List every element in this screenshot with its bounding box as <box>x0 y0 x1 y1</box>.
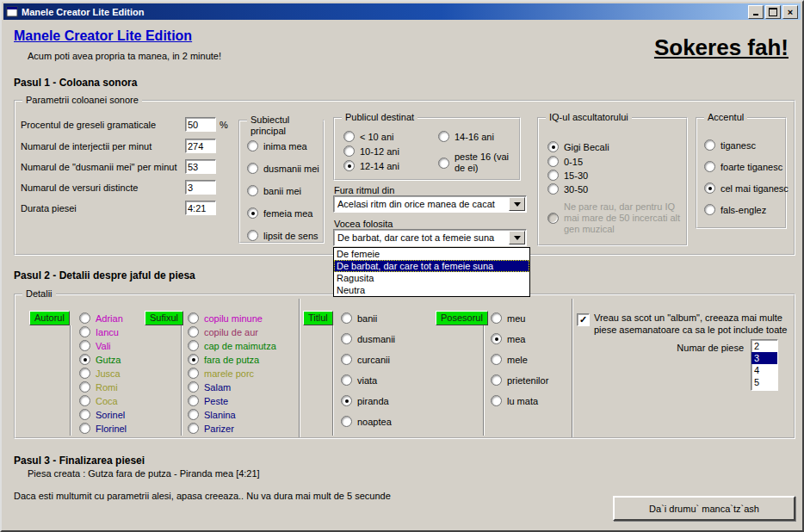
album-checkbox[interactable]: ✓ <box>577 313 590 326</box>
radio-label: noaptea <box>357 417 392 427</box>
radio-suffix-fara-putza[interactable]: fara de putza <box>188 354 259 365</box>
radio-label: Coca <box>96 396 118 406</box>
voice-option-barbat[interactable]: De barbat, dar care tot a femeie suna <box>334 260 529 272</box>
title-divider <box>332 325 333 436</box>
radio-audience-under10[interactable]: < 10 ani <box>343 131 393 142</box>
track-count-option-5[interactable]: 5 <box>751 376 777 388</box>
param-input-greseli[interactable] <box>185 117 216 132</box>
radio-owner-meu[interactable]: meu <box>491 312 525 324</box>
minimize-button[interactable] <box>748 5 764 19</box>
track-count-label: Numar de piese <box>623 342 744 354</box>
radio-suffix-peste[interactable]: Peste <box>188 395 228 406</box>
close-button[interactable]: × <box>782 5 798 19</box>
details-group: Detalii Autorul Adrian Iancu Vali Gutza … <box>14 294 795 439</box>
radio-icon-selected <box>343 160 355 171</box>
radio-label: 0-15 <box>564 157 583 167</box>
radio-audience-14-16[interactable]: 14-16 ani <box>438 131 494 142</box>
radio-icon <box>491 312 502 324</box>
radio-label: peste 16 (vai de ei) <box>455 152 510 174</box>
radio-subject-lipsit[interactable]: lipsit de sens <box>247 230 319 241</box>
radio-icon <box>188 340 199 351</box>
radio-title-viata[interactable]: viata <box>341 374 377 386</box>
radio-title-noaptea[interactable]: noaptea <box>341 416 392 427</box>
radio-author-iancu[interactable]: Iancu <box>79 326 119 337</box>
track-count-option-3[interactable]: 3 <box>751 352 777 364</box>
radio-label: Gigi Becali <box>564 142 609 152</box>
radio-icon <box>438 158 449 169</box>
radio-title-piranda[interactable]: piranda <box>341 395 389 406</box>
title-bar[interactable]: Manele Creator Lite Edition × <box>3 3 801 20</box>
radio-suffix-slanina[interactable]: Slanina <box>188 409 236 420</box>
radio-icon <box>247 140 258 152</box>
radio-label: fara de putza <box>204 355 259 365</box>
voice-option-ragusita[interactable]: Ragusita <box>334 272 529 284</box>
radio-icon <box>188 423 199 434</box>
radio-iq-30-50[interactable]: 30-50 <box>547 183 588 195</box>
radio-accent-falsenglez[interactable]: fals-englez <box>704 204 766 215</box>
radio-label: meu <box>507 313 525 324</box>
album-checkbox-label[interactable]: Vreau sa scot un "album", creeaza mai mu… <box>594 312 804 336</box>
track-count-option-2[interactable]: 2 <box>751 340 777 352</box>
radio-owner-mele[interactable]: mele <box>491 354 528 365</box>
radio-suffix-marele-porc[interactable]: marele porc <box>188 368 254 379</box>
radio-author-gutza[interactable]: Gutza <box>79 354 121 365</box>
album-label-line2: piese asemanatoare ca sa le pot include … <box>594 325 787 335</box>
radio-suffix-salam[interactable]: Salam <box>188 381 231 393</box>
voice-option-femeie[interactable]: De femeie <box>334 248 529 260</box>
radio-suffix-parizer[interactable]: Parizer <box>188 423 234 434</box>
radio-author-coca[interactable]: Coca <box>79 395 118 406</box>
author-label: Autorul <box>29 311 70 325</box>
param-input-dusmanii[interactable] <box>185 159 216 174</box>
radio-icon <box>79 340 90 351</box>
param-input-versuri[interactable] <box>185 180 216 195</box>
rhythm-dropdown-button[interactable] <box>509 197 525 211</box>
radio-iq-0-15[interactable]: 0-15 <box>547 156 583 167</box>
create-button[interactable]: Da`i drumu` manca`tz`ash <box>613 496 795 521</box>
radio-author-vali[interactable]: Vali <box>79 340 111 351</box>
radio-accent-celmai[interactable]: cel mai tiganesc <box>704 182 789 194</box>
radio-label: Florinel <box>96 424 127 434</box>
param-input-durata[interactable] <box>185 201 216 215</box>
radio-suffix-maimutza[interactable]: cap de maimutza <box>188 340 276 351</box>
maximize-button[interactable] <box>765 5 781 19</box>
radio-audience-peste16[interactable]: peste 16 (vai de ei) <box>438 152 510 174</box>
voice-dropdown-button[interactable] <box>509 231 525 244</box>
radio-title-dusmanii[interactable]: dusmanii <box>341 333 395 344</box>
radio-subject-banii[interactable]: banii mei <box>247 185 301 196</box>
radio-title-banii[interactable]: banii <box>341 312 377 324</box>
radio-iq-15-30[interactable]: 15-30 <box>547 170 588 181</box>
radio-author-florinel[interactable]: Florinel <box>79 423 127 434</box>
track-count-listbox[interactable]: 2 3 4 5 <box>751 339 778 391</box>
param-input-interjectii[interactable] <box>185 139 216 153</box>
chevron-down-icon <box>514 236 521 240</box>
radio-subject-femeia[interactable]: femeia mea <box>247 207 312 219</box>
radio-label: mele <box>507 355 528 365</box>
radio-iq-gigi[interactable]: Gigi Becali <box>547 141 609 152</box>
radio-iq-disabled: Ne pare rau, dar pentru IQ mai mare de 5… <box>547 201 684 235</box>
voice-option-neutra[interactable]: Neutra <box>334 284 529 296</box>
radio-owner-prietenilor[interactable]: prietenilor <box>491 374 548 386</box>
radio-suffix-copilu-minune[interactable]: copilu minune <box>188 312 263 324</box>
radio-author-adrian[interactable]: Adrian <box>79 312 123 324</box>
radio-icon <box>79 395 90 406</box>
radio-title-curcanii[interactable]: curcanii <box>341 354 390 365</box>
radio-suffix-copilu-aur[interactable]: copilu de aur <box>188 326 258 337</box>
radio-accent-foarte[interactable]: foarte tiganesc <box>704 161 782 172</box>
radio-author-romi[interactable]: Romi <box>79 381 118 393</box>
radio-audience-10-12[interactable]: 10-12 ani <box>343 145 399 157</box>
radio-owner-lumata[interactable]: lu mata <box>491 395 538 406</box>
radio-author-sorinel[interactable]: Sorinel <box>79 409 125 420</box>
radio-owner-mea[interactable]: mea <box>491 333 525 344</box>
radio-icon <box>704 139 715 151</box>
voice-combobox[interactable]: De barbat, dar care tot a femeie suna <box>333 229 527 246</box>
radio-audience-12-14[interactable]: 12-14 ani <box>343 160 399 171</box>
app-title-link[interactable]: Manele Creator Lite Edition <box>14 28 192 44</box>
radio-subject-dusmanii[interactable]: dusmanii mei <box>247 163 319 174</box>
track-count-option-4[interactable]: 4 <box>751 364 777 376</box>
radio-icon <box>79 409 90 420</box>
rhythm-combobox[interactable]: Acelasi ritm din orice manea de cacat <box>333 195 527 213</box>
radio-author-jusca[interactable]: Jusca <box>79 368 121 379</box>
radio-accent-tiganesc[interactable]: tiganesc <box>704 139 756 151</box>
column-divider-2 <box>572 299 572 437</box>
radio-subject-inima[interactable]: inima mea <box>247 140 307 152</box>
